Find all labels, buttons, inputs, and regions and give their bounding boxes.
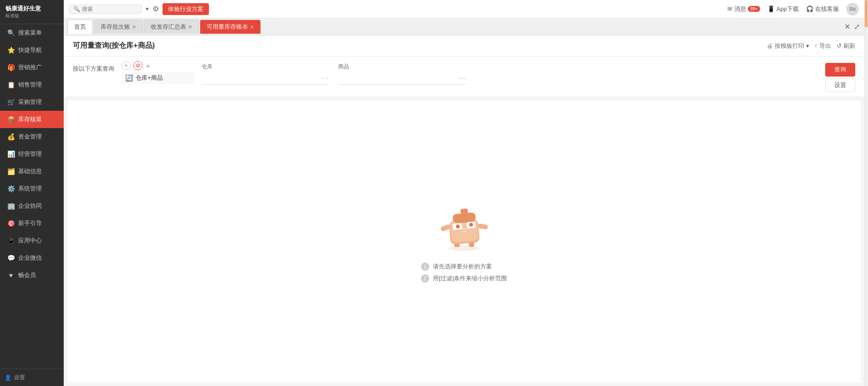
online-service-button[interactable]: 🎧 在线客服 (806, 5, 839, 13)
filter-field-warehouse: 仓库 ··· (202, 63, 329, 85)
sidebar-item-system[interactable]: ⚙️ 系统管理 (0, 180, 64, 197)
tab-batch-ledger[interactable]: 库存批次账 ✕ (94, 20, 143, 34)
manage-scheme-button[interactable]: ⚙ (133, 61, 142, 70)
app-download-label: App下载 (777, 5, 799, 13)
scrollbar-thumb[interactable] (865, 0, 868, 27)
page-header-actions: 🖨 按模板打印 ▾ ↑ 导出 ↺ 刷新 (767, 42, 856, 50)
collapse-button[interactable]: « (145, 61, 151, 70)
sidebar-item-label: 资金管理 (18, 133, 42, 141)
sidebar-item-basic-info[interactable]: 🗂️ 基础信息 (0, 163, 64, 180)
close-icon[interactable]: ✕ (250, 24, 254, 30)
main-area: 🔍 ▾ ⚙ 体验行业方案 ✉ 消息 99+ 📱 App下载 🎧 在线客服 Rit (64, 0, 864, 386)
collect-summary-tab-label: 收发存汇总表 (151, 23, 186, 31)
warehouse-input[interactable] (202, 75, 320, 82)
search-icon: 🔍 (7, 29, 15, 36)
template-print-label: 按模板打印 (775, 42, 804, 50)
query-button[interactable]: 查询 (825, 63, 855, 77)
empty-state: 1 请先选择要分析的方案 2 用[过滤]条件来缩小分析范围 (67, 101, 861, 382)
query-panel: 按以下方案查询 + ⚙ « 🔄 仓库+商品 仓库 (64, 57, 864, 97)
list-icon: 📋 (7, 81, 15, 88)
warehouse-picker-icon[interactable]: ··· (322, 74, 329, 82)
scheme-item-warehouse-goods[interactable]: 🔄 仓库+商品 (122, 72, 194, 84)
industry-solution-button[interactable]: 体验行业方案 (162, 3, 209, 15)
sidebar-item-label: 基础信息 (18, 167, 42, 175)
sidebar-item-marketing[interactable]: 🎁 营销推广 (0, 59, 64, 76)
sidebar-item-sales[interactable]: 📋 销售管理 (0, 76, 64, 93)
add-scheme-button[interactable]: + (122, 61, 131, 70)
search-input[interactable] (82, 6, 138, 12)
sidebar-item-shortcut[interactable]: ⭐ 快捷导航 (0, 41, 64, 59)
svg-rect-9 (440, 224, 451, 232)
tip-text-2: 用[过滤]条件来缩小分析范围 (433, 274, 507, 283)
message-badge: 99+ (748, 6, 760, 12)
tab-available-ledger[interactable]: 可用量库存账本 ✕ (200, 20, 261, 34)
close-icon[interactable]: ✕ (188, 24, 192, 30)
app-download-button[interactable]: 📱 App下载 (767, 5, 799, 13)
sidebar-item-app-center[interactable]: 📱 应用中心 (0, 232, 64, 249)
tab-collect-summary[interactable]: 收发存汇总表 ✕ (144, 20, 199, 34)
tab-close-all: ✕ ⤢ (843, 21, 861, 32)
sidebar-item-label: 系统管理 (18, 185, 42, 193)
gear-icon[interactable]: ⚙ (152, 5, 159, 13)
download-icon: 📱 (767, 5, 775, 12)
sidebar-item-operations[interactable]: 📊 经营管理 (0, 145, 64, 163)
goods-picker-icon[interactable]: ··· (458, 74, 466, 82)
empty-svg (437, 201, 492, 255)
chat-icon: 💬 (7, 254, 15, 262)
tab-home[interactable]: 首页 (67, 20, 93, 34)
empty-tip-2: 2 用[过滤]条件来缩小分析范围 (421, 274, 507, 283)
target-icon: 🎯 (7, 220, 15, 227)
message-label: 消息 (734, 5, 746, 13)
headset-icon: 🎧 (806, 5, 813, 12)
right-scrollbar[interactable] (864, 0, 868, 386)
expand-icon[interactable]: ⤢ (853, 21, 861, 32)
sidebar-item-label: 企业协同 (18, 202, 42, 210)
sidebar-header: 畅康通好生意 标准版 (0, 0, 64, 24)
sidebar-item-search[interactable]: 🔍 搜索菜单 (0, 24, 64, 41)
sidebar-footer[interactable]: 👤 设置 (0, 369, 64, 386)
topbar-search[interactable]: 🔍 (69, 5, 142, 14)
refresh-label: 刷新 (843, 42, 855, 50)
query-scheme-header: + ⚙ « (122, 61, 194, 70)
page-header: 可用量查询(按仓库+商品) 🖨 按模板打印 ▾ ↑ 导出 ↺ 刷新 (64, 36, 864, 57)
svg-point-7 (456, 225, 460, 228)
avatar[interactable]: Rit (846, 3, 859, 15)
tip-number-2: 2 (421, 274, 429, 283)
chevron-down-icon[interactable]: ▾ (806, 42, 809, 49)
svg-point-0 (448, 246, 480, 251)
query-row: 按以下方案查询 + ⚙ « 🔄 仓库+商品 仓库 (73, 61, 855, 92)
sidebar: 畅康通好生意 标准版 🔍 搜索菜单 ⭐ 快捷导航 🎁 营销推广 📋 销售管理 🛒… (0, 0, 64, 386)
sidebar-item-enterprise-wx[interactable]: 💬 企业微信 (0, 249, 64, 267)
template-print-button[interactable]: 🖨 按模板打印 ▾ (767, 42, 809, 50)
goods-input[interactable] (338, 75, 457, 82)
empty-tip-1: 1 请先选择要分析的方案 (421, 262, 507, 271)
sidebar-item-label: 经营管理 (18, 150, 42, 158)
sidebar-item-newbie[interactable]: 🎯 新手引导 (0, 215, 64, 232)
sidebar-item-label: 应用中心 (18, 237, 42, 245)
export-icon: ↑ (815, 42, 818, 49)
sidebar-item-label: 销售管理 (18, 81, 42, 89)
close-icon[interactable]: ✕ (132, 24, 136, 30)
settings-button[interactable]: 设置 (825, 78, 855, 92)
sidebar-item-label: 库存核算 (18, 115, 42, 124)
filter-field-goods: 商品 ··· (338, 63, 466, 85)
goods-field-input: ··· (338, 72, 466, 85)
sidebar-item-finance[interactable]: 💰 资金管理 (0, 128, 64, 145)
close-all-icon[interactable]: ✕ (843, 21, 851, 32)
page-title: 可用量查询(按仓库+商品) (73, 41, 155, 51)
warehouse-field-input: ··· (202, 72, 329, 85)
export-button[interactable]: ↑ 导出 (815, 42, 832, 50)
topbar-right: ✉ 消息 99+ 📱 App下载 🎧 在线客服 Rit (727, 3, 859, 15)
money-icon: 💰 (7, 133, 15, 140)
message-button[interactable]: ✉ 消息 99+ (727, 5, 760, 13)
sidebar-item-inventory[interactable]: 📦 库存核算 (0, 111, 64, 128)
sidebar-item-vip[interactable]: ♥ 畅会员 (0, 267, 64, 284)
home-tab-label: 首页 (74, 23, 86, 31)
refresh-button[interactable]: ↺ 刷新 (837, 42, 855, 50)
sidebar-item-enterprise[interactable]: 🏢 企业协同 (0, 197, 64, 215)
query-label: 按以下方案查询 (73, 61, 114, 73)
export-label: 导出 (819, 42, 831, 50)
folder-icon: 🗂️ (7, 168, 15, 175)
sidebar-item-purchase[interactable]: 🛒 采购管理 (0, 93, 64, 111)
chevron-down-icon[interactable]: ▾ (146, 5, 149, 12)
